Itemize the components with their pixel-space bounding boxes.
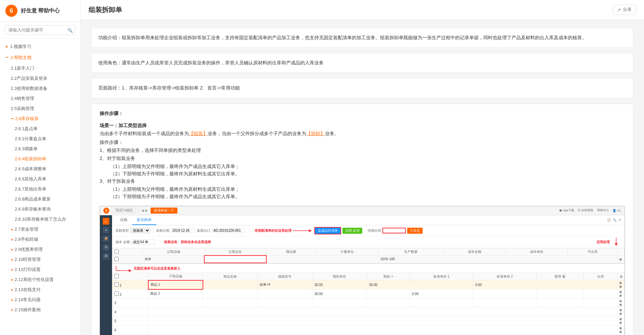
mock-td-unit: [316, 256, 378, 263]
sidebar-item-stock-check[interactable]: 2.6.9库存账本查询: [0, 204, 80, 214]
sidebar-item-install[interactable]: 2.2产品安装及登录: [0, 73, 80, 83]
mock-type-select[interactable]: 组装单: [130, 228, 150, 233]
mock-close-icon[interactable]: ✕: [619, 218, 621, 222]
mock-t2-td-initplus2: [367, 289, 410, 298]
mock-t2-td-code2: 商品 2: [148, 289, 203, 298]
scene1-section: 场景一：加工类型选择 当由多个子件材料组装成一个成品的业务为【组装】业务，当由一…: [100, 123, 625, 200]
mock-annotation2-area: 成本 金额 组装业务、拆卸业务在这里选择 启用处理: [112, 236, 625, 248]
mock-td-can-out: [568, 256, 618, 263]
mock-th-unit: 计量单位: [316, 248, 378, 256]
mock-t2-td-name1: [203, 280, 258, 289]
mock-table1-head: 父商品编 父商品名 预估量 计量单位 生产数量 成本金额 成本单价: [112, 248, 625, 256]
mock-t2-td-empty6: [148, 326, 618, 335]
operations-block: 操作步骤： 场景一：加工类型选择 当由多个子件材料组装成一个成品的业务为【组装】…: [91, 104, 633, 335]
sidebar-item-purchase[interactable]: 2.5采购管理: [0, 104, 80, 114]
sidebar-item-sales[interactable]: 2.4销售管理: [0, 94, 80, 104]
plus-icon: +: [11, 297, 13, 302]
search-input[interactable]: [5, 25, 75, 35]
mock-btn-neworder[interactable]: 新增单据一下: [151, 208, 177, 214]
sidebar-item-coupon[interactable]: + 2.9优惠券管理: [0, 244, 80, 255]
mock-t2-th-init-price: 期初单价: [312, 273, 367, 280]
path-text: 页面路径：1、库存核算->库存管理->组装拆卸单 2、首页->常用功能: [98, 84, 626, 92]
sidebar-item-docs[interactable]: − 2.帮助文档: [0, 52, 80, 63]
sidebar-item-other-in[interactable]: 2.6.6其他入库单: [0, 174, 80, 184]
mock-th-qty: 生产数量: [378, 248, 444, 256]
sidebar-item-adjust[interactable]: 2.6.3调拨单: [0, 144, 80, 154]
mock-order-label: 集团出口: [197, 228, 210, 233]
sidebar-item-new-user[interactable]: 2.1新手入门: [0, 63, 80, 73]
sidebar-item-faq[interactable]: + 2.14常见问题: [0, 295, 80, 305]
disassembly-link[interactable]: 【拆卸】: [306, 131, 325, 136]
mock-header-checkbox[interactable]: [114, 249, 119, 254]
sidebar-item-operations[interactable]: + 2.10经营管理: [0, 255, 80, 265]
mock-order-input[interactable]: [212, 228, 245, 233]
sidebar-item-online-pay[interactable]: + 2.13在线支付: [0, 285, 80, 295]
plus-icon: +: [11, 287, 13, 292]
sidebar-item-customize[interactable]: + 2.12系统个性化设置: [0, 275, 80, 285]
mock-tab-self[interactable]: 自购: [115, 215, 132, 225]
steps-label: 操作步骤：: [100, 139, 625, 146]
mock-table2-head: 子商品编 商品名称 规格型号 期初单价 期初 + 标准单价 1 标准单价 2: [112, 273, 625, 280]
mock-row-checkbox[interactable]: [114, 257, 119, 261]
sidebar-item-cost-calc[interactable]: 2.6.8商品成本重算: [0, 194, 80, 204]
mock-screenshot: 6 TEST-H002 ◀ ▶ 新增单据一下 ▣ App下载 ⑦ 在线帮助: [100, 206, 625, 335]
mock-btn-confirm[interactable]: 立采定: [407, 228, 423, 234]
sidebar-item-finance[interactable]: + 2.7资金管理: [0, 224, 80, 234]
nav-label: 2.帮助文档: [10, 55, 32, 61]
mock-date-label: 采购日期: [156, 228, 169, 233]
mock-td-checkbox: [112, 256, 143, 263]
mock-t2-td-std1-2: 0.00: [410, 289, 473, 298]
share-icon: ↗: [617, 7, 621, 12]
nav-label: 2.8手机旺辅: [15, 236, 38, 242]
sidebar-item-inventory[interactable]: − 2.6库存核算: [0, 114, 80, 124]
mock-divider: [138, 208, 139, 213]
mock-t2-td-act2: ⊕ ⊗: [618, 289, 625, 298]
role-text: 使用角色：通常由生产人员或库管人员完成拆装业务的操作，库管人员确认原材料的出库和…: [98, 59, 626, 67]
sidebar-item-other-out[interactable]: 2.6.7其他出库单: [0, 184, 80, 194]
mock-search-label: 供报出局: [368, 228, 381, 233]
sidebar-item-split-stocktake[interactable]: 2.6.2分量盘点单: [0, 134, 80, 144]
mock-btn-enable[interactable]: 启用 处理: [342, 228, 362, 234]
assembly-link[interactable]: 【组装】: [189, 131, 208, 136]
share-button[interactable]: ↗ 分享: [613, 5, 636, 15]
nav-label: 2.13在线支付: [15, 287, 41, 293]
mock-t2-row3: 3: [112, 298, 625, 308]
mock-annotation4-area: 无固定清单可以在这里直接录入: [112, 264, 625, 273]
mock-tab-icon1: 📋: [607, 218, 611, 222]
mock-search-input[interactable]: [382, 228, 406, 233]
sidebar-item-mobile[interactable]: + 2.8手机旺辅: [0, 234, 80, 244]
mock-t2-td-act4: ⊕ ⊗: [618, 308, 625, 317]
mock-t2-header-checkbox[interactable]: [114, 274, 119, 278]
plus-icon: +: [11, 308, 13, 313]
sidebar-item-video[interactable]: + 1.视频学习: [0, 41, 80, 52]
sidebar-item-assembly[interactable]: 2.6.4组装拆卸单: [0, 154, 80, 164]
sidebar-item-stocktake[interactable]: 2.6.1盘点单: [0, 124, 80, 134]
mock-t2-th-use-qty: 要用 量: [536, 273, 584, 280]
mock-t2-th-code: 子商品编: [148, 273, 203, 280]
sidebar-item-data-prep[interactable]: 2.3使用前数据准备: [0, 83, 80, 94]
mock-t2-row1-cb[interactable]: [114, 282, 119, 287]
mock-t2-td-spec2: [258, 289, 312, 298]
nav-label: 2.10经营管理: [15, 257, 41, 263]
mock-t2-td-initp1: 30.00: [312, 280, 367, 289]
mock-tabs-row: 自购 新采购单 📋 🔍 ✕: [112, 215, 625, 225]
sidebar-item-cases[interactable]: + 2.15操作案例: [0, 305, 80, 315]
mock-t2-td-std2-1: 0.00: [473, 280, 536, 289]
mock-btn-select-product[interactable]: 选成品对清单: [314, 227, 341, 234]
search-icon[interactable]: 🔍: [67, 27, 73, 33]
mock-t2-td-use2: [536, 289, 584, 298]
mock-date-input[interactable]: [171, 228, 194, 233]
mock-process-area: 启用处理: [596, 237, 621, 247]
mock-t2-td-initplus3: [367, 298, 410, 308]
mock-tab-new[interactable]: 新采购单: [132, 215, 156, 225]
mock-th-cost-unit: 成本单价: [506, 248, 568, 256]
annotation4-text: 无固定清单可以在这里直接录入: [133, 266, 180, 271]
sidebar-item-print[interactable]: + 2.11打印设置: [0, 265, 80, 275]
mock-t2-td-cb6: 6: [112, 326, 148, 335]
mock-sub-info: 成本 金额: [115, 239, 155, 244]
sidebar-item-stock-error[interactable]: 2.6.10库存账本错了怎么办: [0, 214, 80, 224]
mock-sub-input[interactable]: [131, 239, 155, 244]
sidebar-item-cost-adjust[interactable]: 2.6.5成本调整单: [0, 164, 80, 174]
mock-form-divider1: [153, 228, 153, 233]
mock-t2-row2-cb[interactable]: [114, 291, 119, 296]
